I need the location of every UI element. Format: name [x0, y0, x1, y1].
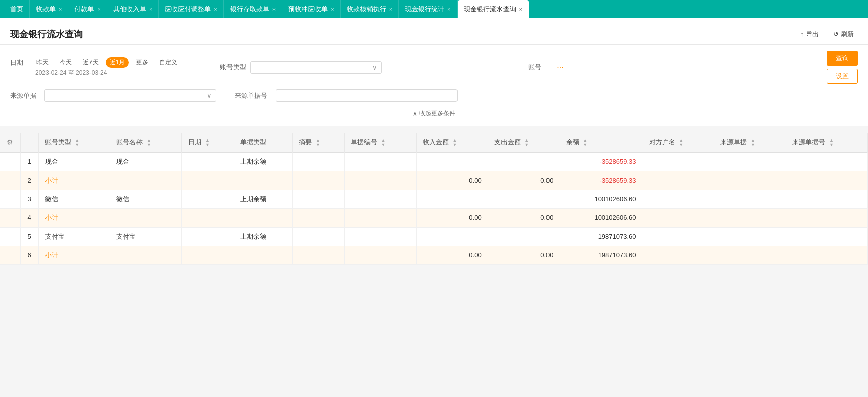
nav-item-home[interactable]: 首页: [4, 0, 30, 18]
shortcut-yesterday[interactable]: 昨天: [32, 57, 53, 68]
collapse-button[interactable]: ∧ 收起更多条件: [10, 107, 858, 120]
column-doc-no[interactable]: 单据编号 ▲▼: [344, 133, 416, 152]
row-income: 0.00: [416, 208, 488, 227]
nav-item-other-income[interactable]: 其他收入单 ×: [107, 0, 159, 18]
nav-item-adjustment[interactable]: 应收应付调整单 ×: [159, 0, 223, 18]
account-type-select[interactable]: ∨: [250, 61, 382, 74]
row-summary: [293, 152, 344, 171]
nav-item-bank-deposit[interactable]: 银行存取款单 ×: [224, 0, 282, 18]
date-shortcuts: 昨天 今天 近7天 近1月 更多 自定义: [32, 57, 181, 68]
row-gear-cell: [0, 152, 20, 171]
column-source-doc-no[interactable]: 来源单据号 ▲▼: [786, 133, 868, 152]
column-account-name[interactable]: 账号名称 ▲▼: [110, 133, 182, 152]
data-table: ⚙ 账号类型 ▲▼ 账号名称 ▲▼ 日期 ▲▼ 单据类型: [0, 133, 868, 265]
close-icon[interactable]: ×: [214, 6, 217, 12]
nav-item-payment[interactable]: 付款单 ×: [68, 0, 107, 18]
source-doc-select[interactable]: ∨: [44, 89, 216, 102]
close-icon[interactable]: ×: [389, 6, 392, 12]
close-icon[interactable]: ×: [331, 6, 334, 12]
sort-icon-account-name: ▲▼: [147, 138, 151, 147]
row-counterpart: [643, 246, 714, 264]
query-button[interactable]: 查询: [827, 51, 858, 66]
shortcut-today[interactable]: 今天: [56, 57, 76, 68]
account-type-group: 账号类型 ∨: [220, 61, 500, 74]
column-summary[interactable]: 摘要 ▲▼: [293, 133, 344, 152]
column-gear[interactable]: ⚙: [0, 133, 20, 152]
row-account-type: 小计: [38, 246, 110, 264]
column-account-type[interactable]: 账号类型 ▲▼: [38, 133, 110, 152]
gear-icon[interactable]: ⚙: [7, 138, 13, 146]
row-gear-cell: [0, 246, 20, 264]
column-date[interactable]: 日期 ▲▼: [182, 133, 234, 152]
row-account-name: [110, 246, 182, 264]
refresh-icon: ↺: [833, 30, 839, 38]
row-doc-no: [344, 227, 416, 246]
top-nav: 首页 收款单 × 付款单 × 其他收入单 × 应收应付调整单 × 银行存取款单 …: [0, 0, 868, 18]
table-row: 1现金现金上期余额-3528659.33: [0, 152, 868, 171]
col-label-balance: 余额: [566, 138, 579, 146]
export-icon: ↑: [801, 30, 804, 38]
source-doc-no-label: 来源单据号: [235, 91, 267, 100]
data-table-container: ⚙ 账号类型 ▲▼ 账号名称 ▲▼ 日期 ▲▼ 单据类型: [0, 133, 868, 265]
row-index: 5: [20, 227, 38, 246]
page-title: 现金银行流水查询: [10, 28, 83, 40]
col-label-expense: 支出金额: [494, 138, 521, 146]
row-source-doc: [714, 208, 786, 227]
source-doc-no-input[interactable]: [276, 89, 458, 102]
column-income[interactable]: 收入金额 ▲▼: [416, 133, 488, 152]
row-gear-cell: [0, 227, 20, 246]
row-source-doc: [714, 227, 786, 246]
nav-item-cash-flow[interactable]: 现金银行流水查询 ×: [458, 0, 529, 18]
account-ellipsis-button[interactable]: ···: [553, 63, 567, 72]
row-date: [182, 246, 234, 264]
shortcut-1month[interactable]: 近1月: [106, 57, 129, 68]
col-label-summary: 摘要: [299, 138, 312, 146]
collapse-up-icon: ∧: [413, 110, 417, 117]
row-doc-no: [344, 246, 416, 264]
shortcut-more[interactable]: 更多: [132, 57, 152, 68]
account-group: 账号 ···: [528, 63, 808, 72]
column-doc-type[interactable]: 单据类型: [234, 133, 293, 152]
shortcut-7days[interactable]: 近7天: [79, 57, 103, 68]
row-summary: [293, 227, 344, 246]
column-expense[interactable]: 支出金额 ▲▼: [488, 133, 560, 152]
refresh-button[interactable]: ↺ 刷新: [829, 28, 858, 41]
col-label-source-doc: 来源单据: [720, 138, 747, 146]
col-label-account-type: 账号类型: [45, 138, 71, 146]
column-source-doc[interactable]: 来源单据 ▲▼: [714, 133, 786, 152]
col-label-doc-no: 单据编号: [351, 138, 377, 146]
column-balance[interactable]: 余额 ▲▼: [560, 133, 643, 152]
export-button[interactable]: ↑ 导出: [797, 28, 824, 41]
column-counterpart[interactable]: 对方户名 ▲▼: [643, 133, 714, 152]
row-date: [182, 227, 234, 246]
nav-item-cash-stats[interactable]: 现金银行统计 ×: [399, 0, 457, 18]
row-date: [182, 208, 234, 227]
date-filter-group: 日期 昨天 今天 近7天 近1月 更多 自定义 2023-02-24 至 202…: [10, 57, 181, 77]
nav-item-collection[interactable]: 收款核销执行 ×: [341, 0, 399, 18]
row-account-type: 微信: [38, 190, 110, 208]
close-icon[interactable]: ×: [149, 6, 152, 12]
row-account-name: 现金: [110, 152, 182, 171]
row-counterpart: [643, 152, 714, 171]
nav-item-advance[interactable]: 预收冲应收单 ×: [282, 0, 340, 18]
close-icon[interactable]: ×: [97, 6, 100, 12]
close-icon[interactable]: ×: [272, 6, 276, 12]
row-doc-type: 上期余额: [234, 152, 293, 171]
row-counterpart: [643, 190, 714, 208]
close-icon[interactable]: ×: [447, 6, 450, 12]
close-icon[interactable]: ×: [519, 6, 522, 12]
sort-icon-source-doc-no: ▲▼: [829, 138, 834, 147]
settings-button[interactable]: 设置: [827, 69, 858, 84]
close-icon[interactable]: ×: [59, 6, 62, 12]
nav-item-receipt[interactable]: 收款单 ×: [30, 0, 68, 18]
chevron-down-icon: ∨: [372, 64, 377, 71]
row-account-name: 支付宝: [110, 227, 182, 246]
shortcut-custom[interactable]: 自定义: [155, 57, 181, 68]
row-expense: [488, 190, 560, 208]
row-balance: -3528659.33: [560, 152, 643, 171]
sort-icon-source-doc: ▲▼: [751, 138, 755, 147]
row-doc-type: [234, 208, 293, 227]
row-account-type: 小计: [38, 171, 110, 190]
row-account-type: 小计: [38, 208, 110, 227]
row-doc-type: [234, 171, 293, 190]
